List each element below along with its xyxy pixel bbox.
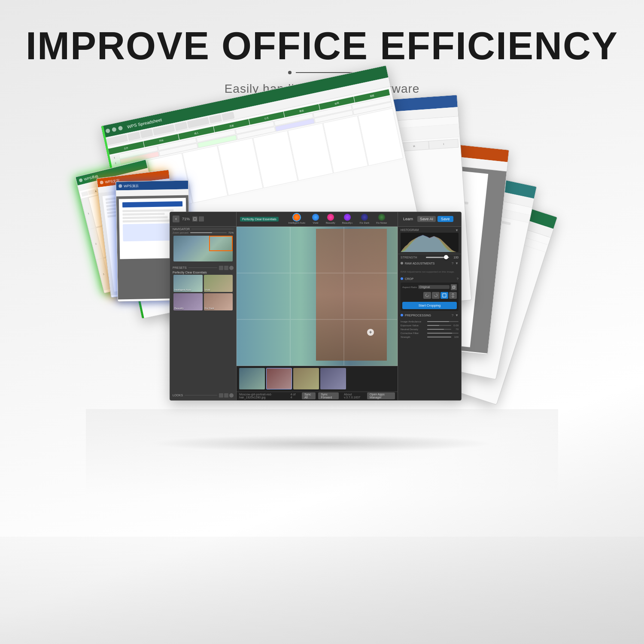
exposure-slider[interactable] xyxy=(427,325,451,326)
vivid-icon xyxy=(312,214,319,221)
film-thumb-3[interactable] xyxy=(293,368,319,389)
zoom-btn2[interactable] xyxy=(199,216,204,222)
crop-rotate-right-btn[interactable] xyxy=(432,292,440,299)
exposure-row: Exposure Value 0.00 xyxy=(401,324,459,327)
preprocessing-help-btn[interactable]: ? xyxy=(452,313,453,317)
content-wrapper: IMPROVE OFFICE EFFICIENCY Easily handle … xyxy=(0,0,644,444)
preprocessing-expand[interactable]: ▼ xyxy=(455,313,459,317)
zoom-slider-fill xyxy=(190,232,212,233)
preset-item[interactable]: Intelligent Auto xyxy=(173,275,203,292)
neutral-density-slider[interactable] xyxy=(427,329,451,330)
film-thumb-1[interactable] xyxy=(239,368,265,389)
preset-item[interactable]: Beautify xyxy=(173,293,203,310)
slider-fill xyxy=(427,333,452,334)
add-overlay-btn[interactable]: + xyxy=(367,329,374,336)
raw-dot xyxy=(401,262,403,264)
slider-fill xyxy=(427,321,449,322)
preprocessing-controls: Image Ambulance Exposure Value 0 xyxy=(401,319,459,341)
sw-dot xyxy=(100,180,103,184)
toolbar-btn xyxy=(140,128,153,137)
slider-fill xyxy=(427,329,444,330)
crop-rotate-left-btn[interactable] xyxy=(423,292,431,299)
strength-slider[interactable] xyxy=(426,257,449,258)
presets-section: PRESETS Perfectly Clear Essentials xyxy=(170,265,236,392)
crop-label: CROP xyxy=(405,277,455,280)
looks-icon-btn[interactable] xyxy=(224,393,228,398)
crop-section-header: CROP ? xyxy=(401,277,459,281)
tab-beautify[interactable]: Beautify xyxy=(324,213,337,225)
editor-statusbar: Moscow-girl-portrait-red-hair_1920x1280.… xyxy=(237,392,398,400)
preset-help-btn[interactable] xyxy=(229,266,234,270)
crop-active-mode-btn[interactable] xyxy=(440,292,448,299)
zoom-back-btn[interactable] xyxy=(173,216,179,222)
save-button[interactable]: Save xyxy=(437,216,453,222)
right-topbar: Learn Save AI Save xyxy=(398,212,461,227)
tab-fix-noise[interactable]: Fix Noise xyxy=(374,213,389,225)
neutral-density-value: 70 xyxy=(452,328,459,331)
tab-fix-dark-label: Fix Dark xyxy=(360,222,369,224)
sync-forward-btn[interactable]: Sync Forward xyxy=(318,392,339,399)
zoom-slider[interactable] xyxy=(190,232,227,233)
auto-icon xyxy=(293,214,300,221)
tb-dot xyxy=(112,127,117,132)
corrective-filter-label: Corrective Filter xyxy=(401,332,426,334)
preset-name-row: Perfectly Clear Essentials xyxy=(170,271,236,275)
tb-dot xyxy=(105,128,110,133)
strength-handle[interactable] xyxy=(444,255,448,259)
corrective-filter-slider[interactable] xyxy=(427,333,459,334)
learn-button[interactable]: Learn xyxy=(401,216,416,222)
crop-grid xyxy=(237,227,398,366)
preset-icon-btn[interactable] xyxy=(219,266,223,270)
neutral-density-label: Neutral Density xyxy=(401,328,426,331)
editor-right-panel: Learn Save AI Save HISTOGRAM ▼ xyxy=(398,212,461,400)
count-text: 4 of 4 xyxy=(291,393,297,399)
presets-icons xyxy=(219,266,234,270)
crop-flip-btn[interactable] xyxy=(449,292,457,299)
raw-section-header: RAW ADJUSTMENTS ? ▼ xyxy=(401,261,459,265)
toolbar-btn xyxy=(209,114,222,123)
crop-help-btn[interactable]: ? xyxy=(457,277,459,281)
editor-center-panel: Perfectly Clear Essentials Intelligent A… xyxy=(237,212,398,400)
looks-icons xyxy=(219,393,234,398)
image-ambulance-row: Image Ambulance xyxy=(401,320,459,323)
rotate-right-icon xyxy=(434,293,438,298)
raw-toggle[interactable]: ? xyxy=(452,261,453,265)
page-reflection xyxy=(0,537,644,644)
navigator-header: NAVIGATOR xyxy=(170,227,236,231)
beautify-plus-icon xyxy=(344,214,351,221)
open-apps-btn[interactable]: Open Apps Manager xyxy=(367,392,395,399)
film-thumb-2[interactable] xyxy=(266,368,292,389)
strength-row: STRENGTH 100 xyxy=(401,256,459,259)
strength2-slider[interactable] xyxy=(427,337,451,337)
fan-reflection xyxy=(86,409,558,495)
aspect-ratio-select[interactable]: Original xyxy=(418,285,450,289)
zoom-fit-btn[interactable] xyxy=(192,216,197,222)
tab-vivid[interactable]: Vivid xyxy=(310,213,321,225)
start-cropping-button[interactable]: Start Cropping xyxy=(402,302,457,309)
aspect-value: Original xyxy=(419,286,430,289)
editor-layout: 71% NAVIGATOR Zoom p xyxy=(170,212,461,400)
film-thumb-4[interactable] xyxy=(320,368,346,389)
rotate-left-icon xyxy=(425,293,429,298)
raw-expand[interactable]: ▼ xyxy=(455,261,459,265)
looks-help-btn[interactable] xyxy=(229,393,234,398)
tab-intelligent-auto[interactable]: Intelligent Auto xyxy=(286,213,307,225)
sync-all-btn[interactable]: Sync All xyxy=(302,392,316,399)
grid-cell: I xyxy=(428,139,459,149)
aspect-copy-btn[interactable] xyxy=(451,284,457,290)
histogram-section: HISTOGRAM ▼ xyxy=(398,227,461,254)
save-ai-button[interactable]: Save AI xyxy=(417,216,436,222)
svg-marker-6 xyxy=(426,294,427,295)
image-ambulance-slider[interactable] xyxy=(427,321,459,322)
crop-dot xyxy=(401,277,403,280)
tab-beautify-plus[interactable]: Beautify+ xyxy=(340,213,355,225)
preset-item[interactable]: Fix Dark xyxy=(204,293,233,310)
preset-icon-btn[interactable] xyxy=(224,266,228,270)
looks-icon-btn[interactable] xyxy=(219,393,223,398)
editor-left-toolbar: 71% xyxy=(170,212,236,227)
tab-vivid-label: Vivid xyxy=(313,222,319,224)
tab-fix-dark[interactable]: Fix Dark xyxy=(358,213,371,225)
hist-menu-icon[interactable]: ▼ xyxy=(455,228,459,232)
tab-auto-label: Intelligent Auto xyxy=(289,222,305,224)
preset-item[interactable]: Vivid xyxy=(204,275,233,292)
